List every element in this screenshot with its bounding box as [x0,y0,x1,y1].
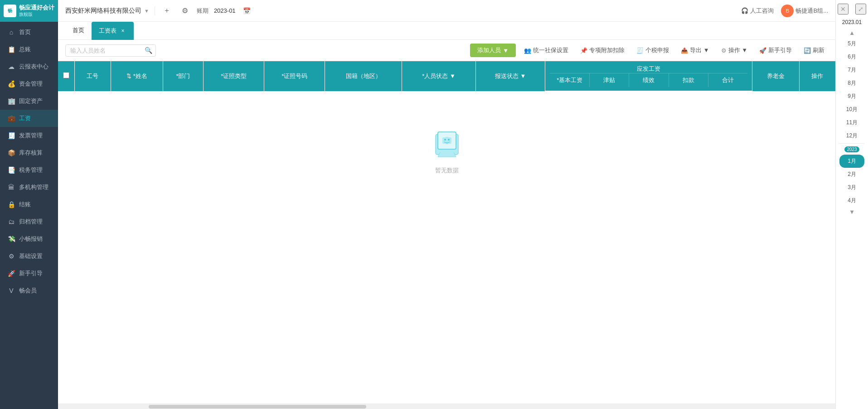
headset-icon: 🎧 [741,7,748,14]
search-input[interactable] [65,44,156,57]
sidebar-item-archive[interactable]: 🗂 归档管理 [0,213,58,230]
sidebar-label-guide: 新手引导 [19,269,43,278]
sidebar-item-close[interactable]: 🔒 结账 [0,196,58,213]
cal-month-2022-08[interactable]: 8月 [836,77,868,90]
toolbar-action-operations[interactable]: ⚙ 操作 ▼ [718,44,751,57]
sidebar-item-salary[interactable]: 💼 工资 [0,110,58,127]
sidebar-item-expense[interactable]: 💸 小畅报销 [0,230,58,248]
cal-year-divider [839,143,865,144]
sidebar-icon-fund: 💰 [7,80,15,88]
sidebar-item-inventory[interactable]: 📦 库存核算 [0,144,58,161]
toolbar-action-export[interactable]: 📤 导出 ▼ [677,44,713,57]
th-salary-group: 应发工资 *基本工资 津贴 绩效 扣款 合计 [545,61,752,91]
cal-month-2023-04[interactable]: 4月 [836,194,868,207]
th-name-label: ⇅ *姓名 [126,73,147,79]
sidebar-item-tax[interactable]: 📑 税务管理 [0,161,58,179]
logo-icon: 畅 [4,5,16,17]
logo: 畅 畅应通好会计 旗舰版 [0,0,58,22]
svg-point-4 [444,139,446,141]
sidebar-icon-multi-org: 🏛 [7,184,15,191]
toolbar-action-social-security[interactable]: 👥 统一社保设置 [520,44,572,57]
divider-1 [155,6,155,15]
tab-close-icon[interactable]: × [119,27,126,34]
sidebar-icon-settings: ⚙ [7,253,15,260]
toolbar-action-refresh[interactable]: 🔄 刷新 [800,44,828,57]
cal-month-2022-11[interactable]: 11月 [836,116,868,129]
sidebar-label-multi-org: 多机构管理 [19,183,48,191]
sidebar-item-cloud-report[interactable]: ☁ 云报表中心 [0,58,58,75]
cal-month-2023-03[interactable]: 3月 [836,181,868,194]
cal-month-2023-01[interactable]: 1月 [839,155,864,168]
cal-next-btn[interactable]: ▼ [848,207,857,216]
search-icon[interactable]: 🔍 [145,47,152,54]
action-icon-special-deduction: 📌 [580,47,587,54]
th-basic-salary: *基本工资 [550,73,589,87]
scroll-thumb[interactable] [149,405,366,409]
th-allowance: 津贴 [590,73,629,87]
action-icon-export: 📤 [681,47,688,54]
svg-point-5 [448,139,450,141]
sidebar-label-expense: 小畅报销 [19,235,43,243]
th-total: 合计 [708,73,747,87]
cal-month-2022-05[interactable]: 5月 [836,37,868,50]
sidebar-icon-close: 🔒 [7,201,15,208]
th-action: 操作 [799,61,835,91]
sidebar-item-fixed-assets[interactable]: 🏢 固定资产 [0,93,58,110]
period-value: 2023-01 [214,7,236,14]
tab-home[interactable]: 首页 [65,22,92,40]
salary-table: 工号 ⇅ *姓名 *部门 *证照类型 *证照号码 国籍（地区） *人员状态 ▼ … [58,61,835,91]
cal-month-2023-02[interactable]: 2月 [836,168,868,181]
toolbar-action-personal-tax[interactable]: 🧾 个税申报 [633,44,673,57]
toolbar-action-guide[interactable]: 🚀 新手引导 [756,44,795,57]
toolbar-right: 添加人员 ▼ 👥 统一社保设置 📌 专项附加扣除 🧾 个税申报 📤 导出 ▼ ⚙… [470,44,828,57]
settings-icon-btn[interactable]: ⚙ [179,5,191,17]
bottom-scrollbar[interactable] [58,404,835,409]
add-person-btn[interactable]: 添加人员 ▼ [470,44,516,57]
company-name: 西安虾米网络科技有限公司 [65,7,141,15]
tab-salary-table[interactable]: 工资表 × [92,22,134,40]
top-bar: 西安虾米网络科技有限公司 ▼ ＋ ⚙ 账期 2023-01 📅 🎧 人工咨询 B… [58,0,835,22]
sidebar-item-ledger[interactable]: 📋 总账 [0,41,58,58]
sidebar-label-archive: 归档管理 [19,218,43,226]
sidebar-label-fixed-assets: 固定资产 [19,97,43,105]
add-dropdown-icon: ▼ [503,47,509,54]
th-department: *部门 [163,61,203,91]
sidebar-label-fund: 资金管理 [19,80,43,88]
sidebar-icon-salary: 💼 [7,115,15,122]
action-label-refresh: 刷新 [813,46,824,54]
cal-month-2022-07[interactable]: 7月 [836,63,868,77]
sidebar-label-ledger: 总账 [19,45,31,54]
cal-close-btn[interactable]: ✕ [838,4,849,15]
th-checkbox [58,61,74,91]
add-company-btn[interactable]: ＋ [160,5,173,17]
th-deduction: 扣款 [669,73,708,87]
sidebar-icon-ledger: 📋 [7,46,15,53]
toolbar-action-special-deduction[interactable]: 📌 专项附加扣除 [577,44,628,57]
ai-consult-btn[interactable]: 🎧 人工咨询 [741,7,774,15]
cal-month-2022-10[interactable]: 10月 [836,103,868,116]
sidebar-icon-fixed-assets: 🏢 [7,97,15,105]
sidebar-label-close: 结账 [19,200,31,209]
action-icon-guide: 🚀 [759,47,766,54]
action-label-social-security: 统一社保设置 [533,46,568,54]
select-all-checkbox[interactable] [63,72,69,78]
sidebar-label-member: 畅会员 [19,287,37,295]
sidebar-icon-cloud-report: ☁ [7,63,15,70]
sidebar-item-home[interactable]: ⌂ 首页 [0,24,58,41]
company-selector[interactable]: 西安虾米网络科技有限公司 ▼ [65,7,149,15]
sidebar-item-multi-org[interactable]: 🏛 多机构管理 [0,179,58,196]
sidebar-item-settings[interactable]: ⚙ 基础设置 [0,248,58,265]
cal-month-2022-12[interactable]: 12月 [836,129,868,142]
cal-month-2022-09[interactable]: 9月 [836,90,868,103]
cal-prev-btn[interactable]: ▲ [848,28,857,37]
sidebar-item-guide[interactable]: 🚀 新手引导 [0,265,58,282]
action-label-special-deduction: 专项附加扣除 [589,46,625,54]
sidebar-item-fund[interactable]: 💰 资金管理 [0,75,58,93]
th-id-number: *证照号码 [264,61,325,91]
sidebar-item-member[interactable]: V 畅会员 [0,282,58,299]
cal-expand-btn[interactable]: ⤢ [855,4,866,15]
user-menu[interactable]: B 畅捷通B组... [781,5,828,17]
sidebar-item-invoice[interactable]: 🧾 发票管理 [0,127,58,144]
calendar-icon[interactable]: 📅 [243,7,251,15]
cal-month-2022-06[interactable]: 6月 [836,50,868,63]
